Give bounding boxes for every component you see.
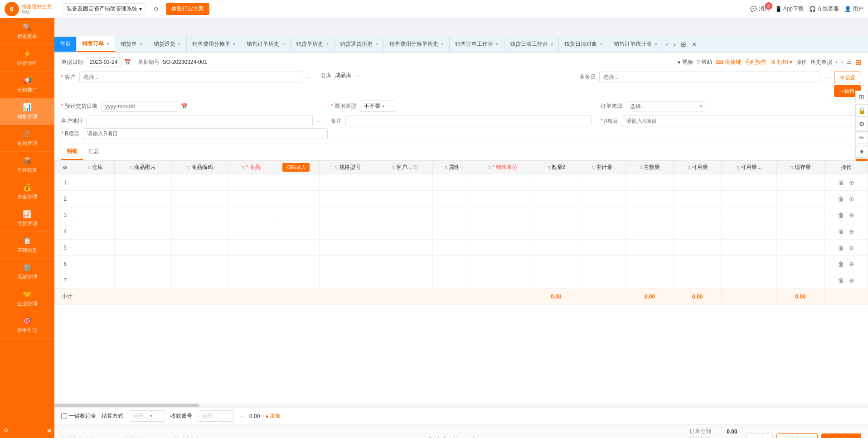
col-qty2[interactable]: ⇅数量2 — [534, 161, 578, 174]
shortcut-btn[interactable]: ⌨ 快捷键 — [716, 58, 741, 66]
settings-side-btn[interactable]: ⚙ 设置 — [834, 72, 861, 83]
notification-area[interactable]: 💬 消息 8 — [750, 5, 770, 13]
sidebar-item-inventory[interactable]: 📦 库存核算 — [0, 152, 54, 178]
tab-daily-workspace[interactable]: 钱货日清工作台 × — [504, 37, 559, 52]
history-btn[interactable]: 历史单据 — [810, 58, 832, 66]
online-service[interactable]: 🎧 在线客服 — [809, 5, 839, 13]
tab-close-icon[interactable]: × — [282, 42, 285, 47]
next-record-icon[interactable]: › — [841, 59, 843, 65]
col-available2[interactable]: ⇅可用量... — [721, 161, 776, 174]
staff-more-icon[interactable]: ··· — [824, 73, 829, 81]
settings-icon[interactable]: ⚙ — [150, 3, 162, 15]
prev-record-icon[interactable]: ‹ — [836, 59, 838, 65]
float-btn-1[interactable]: ⊞ — [855, 91, 868, 103]
staff-input[interactable] — [599, 72, 820, 82]
sidebar-item-operations[interactable]: 📈 经营管理 — [0, 205, 54, 232]
delete-row-btn[interactable]: 🗑 — [836, 260, 845, 269]
scan-input-btn[interactable]: 扫码录入 — [282, 163, 310, 172]
col-available[interactable]: ⇅可用量 — [674, 161, 721, 174]
delete-row-btn[interactable]: 🗑 — [836, 227, 845, 236]
sidebar-item-guide[interactable]: 🎯 新手引导 — [0, 312, 54, 339]
a-project-input[interactable] — [622, 116, 861, 126]
delete-row-btn[interactable]: 🗑 — [836, 211, 845, 220]
cell-current-2[interactable] — [777, 191, 824, 207]
sidebar-item-sales[interactable]: 📊 销售管理 — [0, 98, 54, 125]
cell-customer-code-2[interactable] — [376, 191, 432, 207]
payment-method-select[interactable]: 选择... ▾ — [129, 410, 165, 422]
delete-row-btn[interactable]: 🗑 — [836, 178, 845, 187]
col-code[interactable]: ⇅商品编码 — [171, 161, 228, 174]
cell-code-1[interactable] — [171, 174, 228, 191]
cell-main-unit-2[interactable] — [578, 191, 626, 207]
order-source-input[interactable] — [630, 103, 698, 110]
cell-available2-1[interactable] — [721, 174, 776, 191]
col-unit[interactable]: ⇅* 销售单位 — [471, 161, 534, 174]
app-download[interactable]: 📱 App下载 — [775, 5, 804, 13]
sidebar-collapse-icon[interactable]: ◀ — [47, 427, 51, 433]
col-settings[interactable]: ⚙ — [55, 161, 76, 174]
note-input[interactable] — [345, 116, 592, 126]
sidebar-item-baseinfo[interactable]: 📋 基础信息 — [0, 232, 54, 259]
cell-spec-1[interactable] — [319, 174, 376, 191]
order-source-select[interactable]: ▾ — [626, 101, 706, 111]
float-btn-5[interactable]: ★ — [855, 145, 868, 158]
customer-address-input[interactable] — [87, 116, 313, 126]
grid-view-icon[interactable]: ☰ — [847, 59, 852, 65]
float-btn-4[interactable]: ✏ — [855, 131, 868, 144]
cell-available-1[interactable] — [674, 174, 721, 191]
list-view-icon[interactable]: ⊞ — [855, 58, 861, 67]
copy-row-btn[interactable]: ⊕ — [847, 227, 856, 236]
delete-row-btn[interactable]: 🗑 — [836, 243, 845, 252]
copy-row-btn[interactable]: ⊕ — [847, 276, 856, 285]
tab-order-workspace[interactable]: 销售订单工作台 × — [450, 37, 504, 52]
tab-close-icon[interactable]: × — [551, 42, 553, 47]
trial-button[interactable]: 体验行业方案 — [166, 3, 209, 15]
b-project-input[interactable] — [83, 128, 328, 139]
cell-spec-2[interactable] — [319, 191, 376, 207]
tab-sales-return[interactable]: 销货退货 × — [148, 37, 187, 52]
col-spec[interactable]: ⇅规格型号 — [319, 161, 376, 174]
cell-warehouse-2[interactable] — [76, 191, 114, 207]
add-payment-btn[interactable]: ● 添加 — [265, 412, 280, 420]
tab-close-icon[interactable]: × — [496, 42, 499, 47]
sidebar-item-search[interactable]: 🔍 搜索菜单 — [0, 18, 54, 45]
col-image[interactable]: ⇅商品图片 — [115, 161, 172, 174]
tab-return-history[interactable]: 销货退货历史 × — [335, 37, 384, 52]
invoice-type-select[interactable]: 不开票 ▾ — [360, 101, 396, 112]
customer-more-icon[interactable]: ··· — [306, 73, 311, 81]
tab-close-icon[interactable]: × — [375, 42, 378, 47]
sidebar-item-marketing[interactable]: 📢 营销推广 — [0, 72, 54, 98]
video-btn[interactable]: ● 视频 — [677, 58, 693, 66]
abandon-button[interactable]: 放弃 — [747, 433, 773, 438]
cell-qty2-1[interactable] — [534, 174, 578, 191]
tab-more-button[interactable]: ⊞ — [678, 39, 689, 50]
tab-close-icon[interactable]: × — [178, 42, 181, 47]
copy-row-btn[interactable]: ⊕ — [847, 211, 856, 220]
tab-sales-stats[interactable]: 销售订单统计表 × — [608, 37, 663, 52]
tab-sales-bill-history[interactable]: 销货单历史 × — [291, 37, 335, 52]
tab-close-icon[interactable]: × — [326, 42, 329, 47]
tab-sales-order[interactable]: 销售订单 × — [77, 36, 115, 52]
sidebar-item-collab[interactable]: 🤝 企业协同 — [0, 285, 54, 312]
col-current[interactable]: ⇅现存量 — [777, 161, 824, 174]
tab-summary[interactable]: 汇总 — [83, 144, 105, 160]
copy-row-btn[interactable]: ⊕ — [847, 178, 856, 187]
tab-close-icon[interactable]: × — [233, 42, 236, 47]
scrollbar-thumb[interactable] — [54, 404, 199, 407]
cell-available2-2[interactable] — [721, 191, 776, 207]
cell-image-2[interactable] — [115, 191, 172, 207]
cell-attr-1[interactable] — [432, 174, 471, 191]
col-goods[interactable]: ⇅* 商品 — [228, 161, 273, 174]
tab-detail[interactable]: 明细 — [61, 144, 83, 160]
sidebar-item-purchase[interactable]: 🛒 采购管理 — [0, 125, 54, 152]
copy-row-btn[interactable]: ⊕ — [847, 260, 856, 269]
tab-expense-history[interactable]: 销售费用分摊单历史 × — [384, 37, 450, 52]
col-warehouse[interactable]: ⇅仓库 — [76, 161, 114, 174]
user-area[interactable]: 👤 用户 — [844, 5, 863, 13]
sidebar-settings-icon[interactable]: ⚙ — [4, 427, 9, 433]
sidebar-item-finance[interactable]: 💰 资金管理 — [0, 178, 54, 205]
deposit-checkbox-label[interactable]: 一键收订金 — [61, 412, 96, 420]
tab-daily-reconcile[interactable]: 钱货日清对账 × — [559, 37, 608, 52]
cell-qty2-2[interactable] — [534, 191, 578, 207]
cell-unit-2[interactable] — [471, 191, 534, 207]
